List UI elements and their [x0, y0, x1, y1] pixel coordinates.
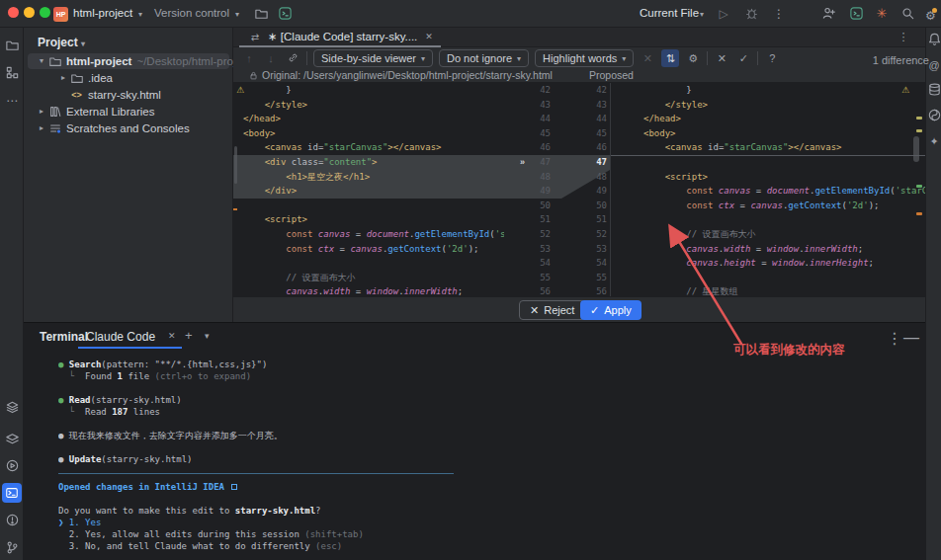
tab-claude-code-diff[interactable]: ⇄ ∗ [Claude Code] starry-sky.... ✕ — [239, 28, 441, 47]
terminal-tab-claude-code[interactable]: Claude Code — [86, 330, 155, 344]
tree-item-external-libraries[interactable]: ▸External Libraries — [28, 104, 229, 120]
tree-item-label: html-project — [66, 53, 131, 69]
tree-item-html-project[interactable]: ▾html-project~/Desktop/html-project — [28, 53, 229, 69]
notifications-bell-icon[interactable] — [926, 32, 941, 47]
tree-item--idea[interactable]: ▸.idea — [28, 70, 229, 86]
tree-item-scratches-and-consoles[interactable]: ▸Scratches and Consoles — [28, 120, 229, 136]
highlight-mode-select[interactable]: Highlight words▾ — [535, 49, 634, 67]
project-badge: HP — [53, 7, 68, 22]
run-config-select[interactable]: Current File — [640, 7, 699, 19]
build-tool-icon[interactable] — [4, 400, 20, 416]
collapse-unchanged-icon[interactable]: ✕ — [640, 52, 655, 65]
code-line-44: </head> — [233, 112, 504, 126]
terminal-panel-title[interactable]: Terminal — [40, 330, 88, 344]
ai-assistant-sparkle-icon[interactable]: ✦ — [926, 133, 941, 149]
terminal-tool-icon[interactable] — [2, 483, 22, 503]
add-user-icon[interactable] — [820, 6, 836, 22]
vcs-menu[interactable]: Version control — [154, 7, 229, 19]
stripe-change-mark[interactable] — [916, 212, 922, 215]
chevron-down-icon: ▾ — [700, 10, 704, 19]
change-marker — [233, 208, 237, 210]
problems-tool-icon[interactable] — [4, 513, 20, 528]
open-folder-icon[interactable] — [253, 6, 269, 22]
viewer-mode-select[interactable]: Side-by-side viewer▾ — [313, 49, 433, 67]
tree-item-starry-sky-html[interactable]: <>starry-sky.html — [28, 87, 229, 103]
plugin-starburst-icon[interactable]: ✳ — [874, 6, 890, 22]
project-panel-title[interactable]: Project ▾ — [38, 36, 85, 49]
left-pane-scrollbar[interactable] — [234, 146, 237, 184]
line-number-proposed: 50 — [562, 199, 607, 213]
minimize-panel-icon[interactable]: — — [903, 329, 919, 347]
close-icon: ✕ — [530, 304, 539, 317]
code-line-45: <body> — [611, 126, 925, 141]
open-external-icon — [231, 484, 237, 490]
terminal-line — [58, 493, 908, 505]
line-number-proposed: 51 — [562, 212, 607, 227]
accept-all-icon[interactable]: ✓ — [735, 52, 751, 65]
help-icon[interactable]: ? — [764, 52, 780, 64]
structure-tool-icon[interactable] — [4, 65, 20, 81]
sync-scroll-toggle[interactable]: ⇅ — [661, 49, 679, 67]
services-tool-icon[interactable] — [4, 432, 20, 447]
stripe-warning-mark[interactable] — [916, 129, 922, 132]
apply-button[interactable]: ✓Apply — [580, 300, 642, 320]
right-tool-strip: @ ✦ — [925, 28, 941, 560]
next-difference-icon[interactable]: ↓ — [263, 52, 279, 64]
project-menu[interactable]: html-project — [73, 7, 132, 19]
swirl-plugin-icon[interactable] — [926, 108, 941, 123]
close-terminal-tab-icon[interactable]: ✕ — [168, 331, 176, 341]
terminal-line: ❯ 1. Yes — [58, 517, 908, 528]
stripe-ok-mark[interactable] — [916, 185, 922, 188]
more-tools-icon[interactable]: ⋯ — [4, 93, 20, 109]
terminal-line: Do you want to make this edit to starry-… — [58, 505, 908, 517]
chevron-right-icon[interactable]: ▸ — [36, 104, 47, 120]
terminal-output[interactable]: ● Search(pattern: "**/*.{html,css,js}") … — [58, 359, 908, 552]
run-tool-icon[interactable] — [4, 458, 20, 474]
settings-gear-icon[interactable]: ⚙ — [925, 9, 936, 23]
new-terminal-tab-icon[interactable]: + — [185, 328, 193, 343]
jump-to-source-icon[interactable] — [285, 51, 300, 66]
chevron-right-icon[interactable]: ▸ — [57, 70, 69, 86]
code-line-42: } — [611, 83, 925, 98]
more-icon[interactable]: ⋮ — [771, 6, 787, 22]
claude-code-icon[interactable] — [277, 6, 293, 22]
project-tool-icon[interactable] — [4, 38, 20, 53]
terminal-options-icon[interactable]: ⋮ — [887, 329, 902, 348]
database-tool-icon[interactable] — [926, 82, 941, 98]
terminal-line: ● Read(starry-sky.html) — [58, 394, 908, 406]
gutter-row: 4343 — [504, 98, 610, 113]
tree-item-label: Scratches and Consoles — [66, 120, 190, 136]
search-icon[interactable] — [899, 6, 915, 22]
git-branch-tool-icon[interactable] — [4, 540, 20, 556]
close-window-button[interactable] — [8, 7, 19, 18]
claude-code-icon[interactable] — [848, 6, 864, 22]
code-line-42: } — [233, 83, 504, 98]
close-tab-icon[interactable]: ✕ — [425, 32, 433, 41]
right-pane-scrollbar[interactable] — [913, 136, 919, 162]
reject-all-icon[interactable]: ✕ — [714, 52, 729, 65]
diff-toolbar: ↑ ↓ Side-by-side viewer▾ Do not ignore▾ … — [233, 47, 925, 69]
stripe-warning-mark[interactable] — [916, 117, 922, 120]
original-code-pane[interactable]: } </style></head><body> <canvas id="star… — [233, 83, 504, 296]
run-button[interactable]: ▷ — [716, 6, 731, 22]
chevron-down-icon[interactable]: ▾ — [36, 53, 47, 69]
line-number-original: 52 — [506, 227, 551, 242]
ide-window: HP html-project ▾ Version control ▾ Curr… — [0, 0, 941, 560]
line-number-original: 49 — [506, 184, 551, 199]
chevron-right-icon[interactable]: ▸ — [36, 120, 47, 136]
html-icon: <> — [69, 88, 84, 103]
debug-icon[interactable] — [743, 6, 759, 22]
reject-button[interactable]: ✕Reject — [519, 300, 585, 320]
diff-settings-gear-icon[interactable]: ⚙ — [685, 52, 701, 65]
tab-options-icon[interactable]: ⋮ — [896, 31, 911, 43]
whitespace-select[interactable]: Do not ignore▾ — [439, 49, 529, 67]
proposed-code-pane[interactable]: } </style></head><body> <canvas id="star… — [610, 83, 925, 296]
prev-difference-icon[interactable]: ↑ — [241, 52, 257, 64]
line-number-original: 50 — [506, 199, 551, 213]
code-line-53: canvas.width = window.innerWidth; — [611, 242, 925, 257]
terminal-tab-chevron-icon[interactable]: ▾ — [205, 331, 210, 341]
minimize-window-button[interactable] — [24, 7, 35, 18]
code-line-47 — [611, 155, 925, 170]
diff-editor[interactable]: } </style></head><body> <canvas id="star… — [233, 83, 925, 296]
zoom-window-button[interactable] — [40, 7, 50, 18]
